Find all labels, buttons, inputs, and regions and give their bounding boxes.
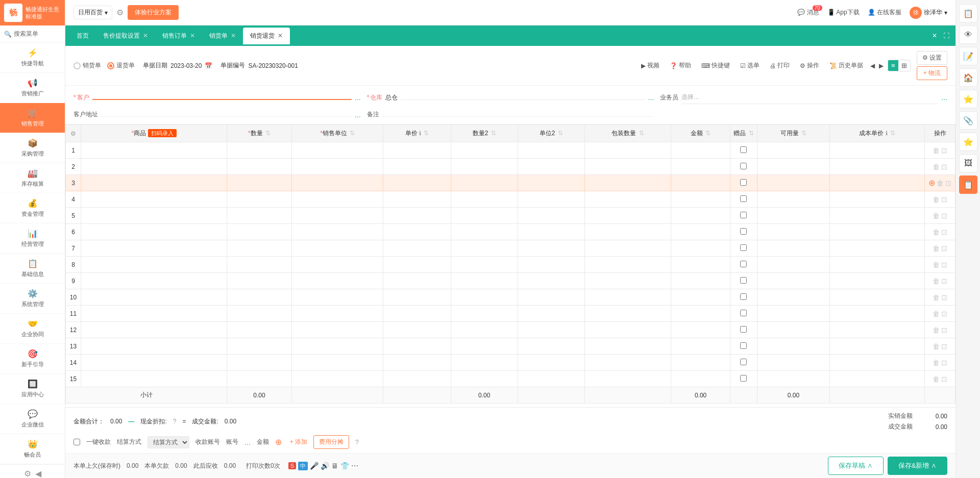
user-menu[interactable]: 徐 徐泽华 ▾ <box>910 7 947 19</box>
qty-cell-11[interactable] <box>227 306 291 322</box>
right-panel-btn-3[interactable]: 📝 <box>959 47 977 65</box>
price-cell-8[interactable] <box>383 257 451 273</box>
price-cell-7[interactable] <box>383 240 451 257</box>
copy-row-btn-11[interactable]: ⊡ <box>941 310 947 318</box>
available-cell-9[interactable] <box>757 273 830 289</box>
qty-cell-3[interactable] <box>227 175 291 191</box>
unit2-cell-5[interactable] <box>518 208 584 224</box>
unit-cell-6[interactable] <box>291 224 383 240</box>
delete-row-btn-10[interactable]: 🗑 <box>933 293 940 301</box>
delete-row-btn-11[interactable]: 🗑 <box>933 310 940 318</box>
amount-cell-7[interactable] <box>671 240 730 257</box>
sidebar-item-appcenter[interactable]: 🔲 应用中心 <box>0 374 65 404</box>
unit-cell-3[interactable] <box>291 175 383 191</box>
right-panel-btn-8[interactable]: 🖼 <box>959 154 977 172</box>
price-cell-9[interactable] <box>383 273 451 289</box>
right-panel-btn-6[interactable]: 📎 <box>959 111 977 130</box>
product-cell-14[interactable] <box>81 355 227 371</box>
available-cell-3[interactable] <box>757 175 830 191</box>
prev-doc-btn[interactable]: ◀ <box>870 62 875 69</box>
unit-cell-1[interactable] <box>291 142 383 159</box>
qty-cell-7[interactable] <box>227 240 291 257</box>
gift-cell-12[interactable] <box>730 322 757 338</box>
copy-row-btn-12[interactable]: ⊡ <box>941 326 947 334</box>
available-cell-7[interactable] <box>757 240 830 257</box>
unit-cell-5[interactable] <box>291 208 383 224</box>
close-tab-btn[interactable]: ✕ <box>930 30 939 41</box>
unit-cell-15[interactable] <box>291 371 383 387</box>
qty-cell-2[interactable] <box>227 159 291 175</box>
copy-row-btn-1[interactable]: ⊡ <box>941 146 947 155</box>
available-cell-12[interactable] <box>757 322 830 338</box>
price-cell-6[interactable] <box>383 224 451 240</box>
price-cell-3[interactable] <box>383 175 451 191</box>
message-badge[interactable]: 💬 消息 70 <box>797 8 819 17</box>
unit-cell-14[interactable] <box>291 355 383 371</box>
delete-row-btn-3[interactable]: 🗑 <box>937 179 944 187</box>
available-cell-10[interactable] <box>757 289 830 306</box>
product-cell-11[interactable] <box>81 306 227 322</box>
copy-row-btn-13[interactable]: ⊡ <box>941 342 947 350</box>
cost-cell-15[interactable] <box>830 371 925 387</box>
unit-cell-7[interactable] <box>291 240 383 257</box>
amount-cell-5[interactable] <box>671 208 730 224</box>
amount-cell-4[interactable] <box>671 191 730 208</box>
available-sort-icon[interactable]: ⇅ <box>801 130 806 137</box>
pkg-cell-4[interactable] <box>584 191 671 208</box>
unit-cell-12[interactable] <box>291 322 383 338</box>
warehouse-select-btn[interactable]: ... <box>648 93 654 102</box>
sidebar-item-basic[interactable]: 📋 基础信息 <box>0 254 65 284</box>
sidebar-item-purchase[interactable]: 📦 采购管理 <box>0 133 65 163</box>
qty2-cell-3[interactable] <box>451 175 518 191</box>
cost-cell-3[interactable] <box>830 175 925 191</box>
app-download-btn[interactable]: 📱 App下载 <box>827 8 860 17</box>
print-btn[interactable]: 🖨 打印 <box>767 60 793 71</box>
qty2-cell-9[interactable] <box>451 273 518 289</box>
unit-cell-10[interactable] <box>291 289 383 306</box>
cost-cell-5[interactable] <box>830 208 925 224</box>
price-cell-4[interactable] <box>383 191 451 208</box>
gift-cell-10[interactable] <box>730 289 757 306</box>
gift-cell-15[interactable] <box>730 371 757 387</box>
available-cell-2[interactable] <box>757 159 830 175</box>
sidebar-item-wechat[interactable]: 💬 企业微信 <box>0 404 65 434</box>
help-btn[interactable]: ❓ 帮助 <box>667 60 694 71</box>
copy-row-btn-10[interactable]: ⊡ <box>941 293 947 301</box>
unit-cell-13[interactable] <box>291 338 383 355</box>
product-cell-5[interactable] <box>81 208 227 224</box>
cost-cell-11[interactable] <box>830 306 925 322</box>
add-payment-btn[interactable]: + 添加 <box>290 438 307 446</box>
tab-sales-order[interactable]: 销售订单 ✕ <box>155 28 202 44</box>
delete-row-btn-12[interactable]: 🗑 <box>933 326 940 334</box>
unit-cell-11[interactable] <box>291 306 383 322</box>
radio-return[interactable]: 退货单 <box>107 61 135 70</box>
add-logistics-btn[interactable]: + 物流 <box>917 66 947 80</box>
gift-cell-11[interactable] <box>730 306 757 322</box>
unit2-cell-7[interactable] <box>518 240 584 257</box>
copy-row-btn-9[interactable]: ⊡ <box>941 277 947 285</box>
right-panel-btn-1[interactable]: 📋 <box>959 4 977 22</box>
fee-help-icon[interactable]: ? <box>355 439 359 446</box>
qty2-cell-6[interactable] <box>451 224 518 240</box>
video-btn[interactable]: ▶ 视频 <box>638 60 663 71</box>
col-settings[interactable]: ⚙ <box>66 125 81 142</box>
tab-close-price-settings[interactable]: ✕ <box>143 32 148 39</box>
cost-cell-14[interactable] <box>830 355 925 371</box>
available-cell-15[interactable] <box>757 371 830 387</box>
price-cell-2[interactable] <box>383 159 451 175</box>
staff-select-btn[interactable]: ... <box>941 93 947 102</box>
right-panel-btn-7[interactable]: ⭐ <box>959 133 977 151</box>
account-select-btn[interactable]: ... <box>244 438 251 446</box>
gift-cell-8[interactable] <box>730 257 757 273</box>
copy-row-btn-5[interactable]: ⊡ <box>941 212 947 220</box>
table-view-btn[interactable]: ≡ <box>888 60 898 71</box>
next-doc-btn[interactable]: ▶ <box>879 62 884 69</box>
calendar-icon[interactable]: 📅 <box>205 62 212 69</box>
amount-cell-2[interactable] <box>671 159 730 175</box>
copy-row-btn-3[interactable]: ⊡ <box>945 179 951 187</box>
unit-cell-8[interactable] <box>291 257 383 273</box>
operate-btn[interactable]: ⚙ 操作 <box>797 60 822 71</box>
address-select-btn[interactable]: ... <box>355 111 361 119</box>
radio-delivery[interactable]: 销货单 <box>74 61 101 70</box>
product-cell-4[interactable] <box>81 191 227 208</box>
